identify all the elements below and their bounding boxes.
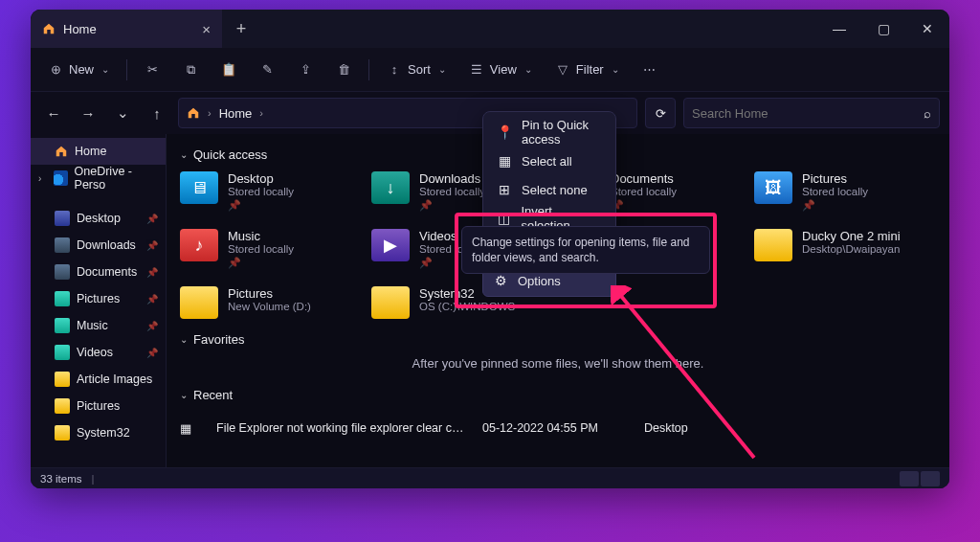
tab-home[interactable]: Home ×	[31, 10, 222, 48]
up-button[interactable]: ↑	[144, 100, 170, 126]
chevron-right-icon: ›	[208, 107, 212, 119]
item-sub: Stored locally	[611, 186, 677, 197]
menu-pin-quick-access[interactable]: 📍 Pin to Quick access	[489, 118, 610, 147]
recent-filename: File Explorer not working file explorer …	[216, 421, 465, 435]
copy-button[interactable]: ⧉	[173, 56, 208, 83]
favorites-header[interactable]: ⌄ Favorites	[180, 332, 936, 347]
item-label: Desktop	[228, 171, 294, 186]
search-icon[interactable]: ⌕	[924, 106, 931, 121]
recent-locations-button[interactable]: ⌄	[109, 100, 136, 126]
cut-button[interactable]: ✂	[135, 56, 169, 83]
sidebar-item-videos[interactable]: Videos📌	[31, 339, 166, 366]
sidebar-item-system32[interactable]: System32	[31, 419, 166, 446]
filter-icon: ▽	[555, 62, 570, 78]
sidebar-item-pictures[interactable]: Pictures📌	[31, 285, 166, 312]
paste-button[interactable]: 📋	[212, 56, 246, 83]
maximize-button[interactable]: ▢	[861, 10, 905, 48]
cut-icon: ✂	[145, 62, 160, 78]
pin-icon: 📌	[228, 199, 294, 212]
downloads-icon	[55, 237, 70, 253]
close-window-button[interactable]: ✕	[905, 10, 949, 48]
view-button[interactable]: ☰ View	[459, 56, 542, 83]
plus-circle-icon: ⊕	[48, 62, 63, 78]
filter-button[interactable]: ▽ Filter	[546, 56, 629, 83]
titlebar: Home × + — ▢ ✕	[31, 10, 949, 48]
sidebar-item-desktop[interactable]: Desktop📌	[31, 205, 166, 232]
pictures-icon: 🖼	[754, 171, 792, 204]
item-sub: New Volume (D:)	[228, 301, 311, 312]
rename-button[interactable]: ✎	[250, 56, 284, 83]
pin-icon: 📌	[802, 199, 868, 212]
menu-select-none[interactable]: ⊞ Select none	[489, 175, 610, 204]
recent-row[interactable]: ▦ File Explorer not working file explore…	[180, 412, 936, 444]
window-controls: — ▢ ✕	[817, 10, 949, 48]
sidebar-item-label: Music	[77, 319, 108, 332]
recent-location: Desktop	[644, 421, 688, 435]
filter-label: Filter	[576, 62, 604, 77]
desktop-icon	[55, 211, 70, 226]
more-button[interactable]: ⋯	[633, 56, 667, 83]
search-box[interactable]: ⌕	[683, 98, 940, 128]
chevron-right-icon[interactable]: ›	[38, 173, 47, 184]
folder-icon	[55, 372, 70, 387]
pin-icon: 📌	[146, 214, 158, 224]
quick-item-pictures-d[interactable]: Pictures New Volume (D:)	[180, 286, 362, 319]
search-input[interactable]	[692, 106, 916, 121]
new-tab-button[interactable]: +	[222, 19, 260, 39]
share-icon: ⇪	[298, 62, 313, 78]
new-button[interactable]: ⊕ New	[38, 56, 119, 83]
pin-icon: 📌	[146, 267, 158, 278]
item-sub: Desktop\Dwaipayan	[802, 243, 901, 255]
menu-label: Pin to Quick access	[522, 118, 602, 147]
sidebar-item-onedrive[interactable]: › OneDrive - Perso	[31, 165, 166, 192]
pin-icon: 📌	[146, 240, 158, 251]
desktop-icon: 🖥	[180, 171, 218, 204]
tab-title: Home	[63, 22, 97, 36]
back-button[interactable]: ←	[40, 100, 67, 126]
minimize-button[interactable]: —	[817, 10, 861, 48]
copy-icon: ⧉	[183, 62, 198, 78]
breadcrumb-home[interactable]: Home	[219, 106, 253, 121]
view-icon: ☰	[469, 62, 484, 78]
paste-icon: 📋	[221, 62, 236, 78]
item-label: Pictures	[228, 286, 311, 301]
new-label: New	[69, 62, 94, 77]
quick-item-desktop[interactable]: 🖥 Desktop Stored locally 📌	[180, 171, 362, 212]
sidebar-item-article-images[interactable]: Article Images	[31, 366, 166, 393]
see-more-menu: 📍 Pin to Quick access ▦ Select all ⊞ Sel…	[482, 111, 616, 239]
sidebar-item-documents[interactable]: Documents📌	[31, 259, 166, 285]
sidebar-item-label: Pictures	[77, 399, 120, 413]
details-view-button[interactable]	[900, 471, 919, 486]
quick-item-pictures[interactable]: 🖼 Pictures Stored locally 📌	[754, 171, 936, 212]
folder-icon	[371, 286, 410, 319]
quick-item-ducky[interactable]: Ducky One 2 mini Desktop\Dwaipayan	[754, 229, 936, 269]
folder-icon	[55, 398, 70, 414]
home-icon	[55, 145, 68, 158]
sidebar-item-pictures2[interactable]: Pictures	[31, 393, 166, 419]
sort-button[interactable]: ↕ Sort	[377, 56, 456, 83]
sidebar-item-downloads[interactable]: Downloads📌	[31, 232, 166, 259]
navigation-pane: Home › OneDrive - Perso Desktop📌 Downloa…	[31, 134, 167, 467]
thumbnails-view-button[interactable]	[921, 471, 940, 486]
sidebar-item-home[interactable]: Home	[31, 138, 166, 165]
recent-header[interactable]: ⌄ Recent	[180, 388, 936, 402]
close-tab-icon[interactable]: ×	[202, 21, 211, 37]
refresh-button[interactable]: ⟳	[645, 98, 676, 128]
grid-icon: ▦	[497, 153, 512, 169]
sidebar-item-label: System32	[77, 426, 130, 440]
forward-button[interactable]: →	[75, 100, 101, 126]
item-label: Documents	[611, 171, 677, 186]
pin-icon: 📌	[146, 348, 158, 358]
share-button[interactable]: ⇪	[288, 56, 323, 83]
view-label: View	[490, 62, 517, 77]
item-sub: Stored locally	[802, 186, 868, 197]
trash-icon: 🗑	[336, 62, 351, 78]
delete-button[interactable]: 🗑	[326, 56, 361, 83]
quick-item-music[interactable]: ♪ Music Stored locally 📌	[180, 229, 362, 269]
sidebar-item-music[interactable]: Music📌	[31, 312, 166, 339]
item-label: Downloads	[419, 171, 485, 186]
menu-select-all[interactable]: ▦ Select all	[489, 147, 610, 175]
sidebar-item-label: Article Images	[77, 373, 152, 386]
pictures-icon	[55, 291, 70, 306]
item-sub: Stored locally	[228, 243, 294, 255]
